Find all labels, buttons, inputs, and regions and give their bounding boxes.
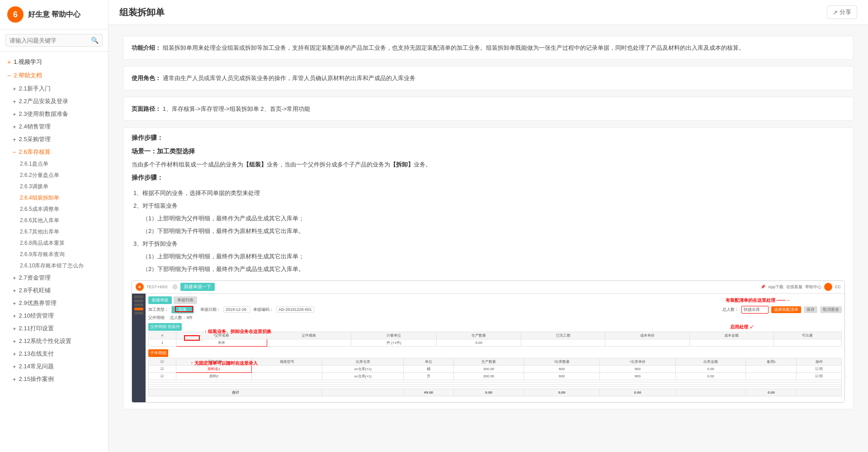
sidebar-item-operate[interactable]: + 2.10经营管理 [13,309,108,322]
expand-icon-faq: + [13,363,16,370]
expand-icon-purchase: + [13,136,16,143]
lcell-real1: 600 [524,365,600,372]
cell-seq1: 1 [149,339,176,346]
mock-confirm-btn: 选择装配清单 [771,306,801,313]
mock-lower-row2: ☑ 原料2 xx仓库(+1) 升 300.00 600 900 [149,372,842,380]
sidebar-item-print[interactable]: + 2.11打印设置 [13,322,108,335]
mock-cancel-btn: 取消更改 [820,306,842,313]
expand-icon-cases: + [13,376,16,383]
sidebar-item-finance[interactable]: + 2.7资金管理 [13,271,108,284]
sidebar-item-video[interactable]: + 1.视频学习 [0,55,108,69]
search-input[interactable] [9,37,91,44]
intro-section: 功能介绍： 组装拆卸单用来处理企业组装或拆卸等加工业务，支持有固定装配清单的产品… [123,36,854,60]
lcell-remark1 [746,365,797,372]
lcell-wh2: xx仓库(+1) [322,372,404,380]
sidebar-label-docs: 2.帮助文档 [14,71,42,80]
sidebar-label-video: 1.视频学习 [14,58,42,66]
share-button[interactable]: ↗ 分享 [827,5,857,19]
lcell-plan2: 300.00 [453,372,524,380]
mock-tabs: 新建单据 单据列表 [148,296,842,304]
footer-v3: 0.00 [453,389,524,396]
mock-lower-table: ☑ *子件名称 规格型号 出库仓库 单位 生产数量 *出库数量 *出库单价 [148,358,842,396]
sidebar-item-otherin[interactable]: 2.6.6其他入库单 [20,215,108,226]
sidebar-item-faq[interactable]: + 2.14常见问题 [13,360,108,373]
sidebar-item-pay[interactable]: + 2.13在线支付 [13,347,108,360]
label-install: 2.2产品安装及登录 [19,97,68,105]
ops-steps-title: 操作步骤： [132,174,845,182]
step1: 1、根据不同的业务，选择不同单据的类型来处理 [133,187,845,199]
sidebar-item-stocksplit[interactable]: 2.6.2分量盘点单 [20,170,108,181]
mock-settings-icon [172,284,178,290]
expand-icon-install: + [13,98,16,105]
lcell-spec2 [252,372,322,380]
mock-label-total: 父件明细 [148,315,165,321]
sidebar-item-assembly[interactable]: 2.6.4组装拆卸单 [20,192,108,204]
label-sales: 2.4销售管理 [19,123,51,131]
role-text: 通常由生产人员或库管人员完成拆装业务的操作，库管人员确认原材料的出库和产成品的入… [163,75,415,81]
label-mobile: 2.8手机旺铺 [19,286,51,295]
mock-upper-table: # *父件名称 父件规格 计量单位 生产数量 已完工数 成本单价 成本金额 可出 [148,332,842,347]
ops-title: 操作步骤： [132,134,845,142]
cell-avail1 [774,339,841,346]
step2-1: （1）上部明细为父件明细，最终作为产成品生成其它入库单； [133,213,845,224]
step3-2: （2）下部明细为子件明细，最终作为产成品生成其它入库单。 [133,263,845,275]
sidebar-item-coupon[interactable]: + 2.9优惠券管理 [13,297,108,309]
sidebar-item-costcalc[interactable]: 2.6.8商品成本重算 [20,238,108,249]
col-seq: # [149,332,176,339]
sidebar-item-sales[interactable]: + 2.4销售管理 [13,120,108,133]
lcell-unit2: 升 [404,372,453,380]
col-avail: 可出量 [774,332,841,339]
lcell-total2: 0.00 [675,372,746,380]
mock-main-area: 新建单据 单据列表 加工类型： 组装 单据日期： 2019-12-26 单据编码… [132,294,844,402]
search-icon[interactable]: 🔍 [91,37,99,44]
mock-tab-list: 单据列表 [174,296,197,304]
col-unit: 计量单位 [351,332,437,339]
expand-icon-finance: + [13,275,16,281]
sidebar-item-inventory[interactable]: − 2.6库存核算 [13,146,108,158]
col-cost: 成本单价 [605,332,689,339]
path-label: 页面路径： [132,105,161,112]
mock-avatar [824,283,832,291]
sidebar-item-stockerror[interactable]: 2.6.10库存账本错了怎么办 [20,260,108,271]
main-content: 功能介绍： 组装拆卸单用来处理企业组装或拆卸等加工业务，支持有固定装配清单的产品… [108,25,868,452]
lcol-warehouse: 出库仓库 [322,358,404,365]
sidebar-item-docs[interactable]: − 2.帮助文档 [0,69,108,82]
mock-lower-row1: ☑ 原料名1 xx仓库(+1) 桶 300.00 600 900 [149,365,842,372]
sidebar-item-adjust[interactable]: 2.6.3调拨单 [20,181,108,192]
mock-label-qty: 总人数： [722,307,739,313]
sidebar-item-install[interactable]: + 2.2产品安装及登录 [13,95,108,108]
sidebar-item-cases[interactable]: + 2.15操作案例 [13,373,108,385]
footer-v6 [675,389,746,396]
mock-code-field: AD-20191226-001 [276,306,314,313]
sidebar-item-prepare[interactable]: + 2.3使用前数据准备 [13,108,108,120]
mock-logo: 6 [136,283,144,291]
lcell-name1: 原料名1 [176,365,252,372]
mock-label-code: 单据编码： [253,307,274,313]
label-prepare: 2.3使用前数据准备 [19,110,68,118]
sidebar-item-otherout[interactable]: 2.6.7其他出库单 [20,226,108,238]
lcell-name2: 原料2 [176,372,252,380]
footer-v5: 0.00 [600,389,676,396]
label-finance: 2.7资金管理 [19,274,51,282]
page-title: 组装拆卸单 [119,6,165,19]
lcol-plan: 生产数量 [453,358,524,365]
lcell-remark2 [746,372,797,380]
path-text: 1、库存核算->库存管理->组装拆卸单 2、首页->常用功能 [163,105,311,112]
sidebar-item-stockquery[interactable]: 2.6.9库存账本查询 [20,249,108,260]
cell-unit1: 件 (+1件) [351,339,437,346]
lcol-total: 出库金额 [675,358,746,365]
sidebar-item-costadjust[interactable]: 2.6.5成本调整单 [20,204,108,215]
mock-sidebar-icon2 [134,300,143,302]
mock-date-field: 2019-12-26 [223,306,250,313]
sidebar-item-mobile[interactable]: + 2.8手机旺铺 [13,284,108,297]
col-goods: *父件名称 [176,332,267,339]
intro-label: 功能介绍： [132,44,161,51]
nav-tree: + 1.视频学习 − 2.帮助文档 + 2.1新手入门 + 2.2产品安装及登录… [0,52,108,452]
sidebar-item-newbie[interactable]: + 2.1新手入门 [13,82,108,95]
sidebar-item-stockcheck[interactable]: 2.6.1盘点单 [20,158,108,170]
sidebar: 6 好生意 帮助中心 🔍 + 1.视频学习 − 2.帮助文档 + 2.1新手入门… [0,0,108,452]
cell-plan1: 0.00 [437,339,521,346]
sidebar-item-custom[interactable]: + 2.12系统个性化设置 [13,335,108,347]
sidebar-item-purchase[interactable]: + 2.5采购管理 [13,133,108,146]
lcell-unit1: 桶 [404,365,453,372]
